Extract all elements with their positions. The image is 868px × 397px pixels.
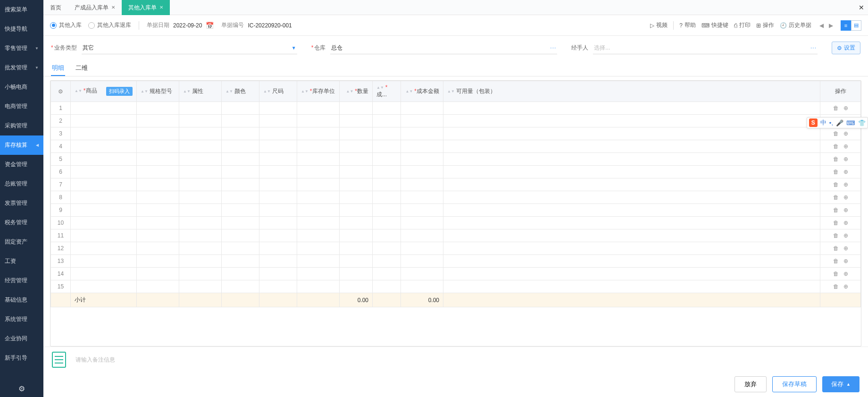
cell-product[interactable] [71, 178, 137, 191]
sidebar-item-ledger[interactable]: 总账管理 [0, 174, 43, 194]
cell-available[interactable] [443, 178, 820, 191]
cell-spec[interactable] [137, 153, 179, 166]
cell-size[interactable] [259, 255, 297, 268]
add-row-icon[interactable]: ⊕ [843, 143, 848, 150]
cell-available[interactable] [443, 229, 820, 242]
bill-date-field[interactable]: 单据日期 2022-09-20 📅 [147, 21, 214, 29]
calendar-icon[interactable]: 📅 [206, 22, 214, 29]
table-row[interactable]: 6🗑⊕ [51, 166, 861, 178]
cell-cost-amount[interactable] [401, 280, 443, 293]
cell-attr[interactable] [179, 204, 222, 217]
cell-product[interactable] [71, 204, 137, 217]
cell-unit[interactable] [297, 102, 340, 115]
cell-unit[interactable] [297, 166, 340, 178]
remark-input[interactable]: 请输入备注信息 [74, 353, 860, 367]
tab-finished-in[interactable]: 产成品入库单✕ [68, 0, 122, 15]
sidebar-item-fixed-asset[interactable]: 固定资产 [0, 232, 43, 252]
cell-color[interactable] [222, 153, 259, 166]
cell-qty[interactable] [340, 153, 373, 166]
cell-cost-amount[interactable] [401, 191, 443, 204]
cell-qty[interactable] [340, 280, 373, 293]
ime-toolbar[interactable]: S 中 •, 🎤 ⌨ 👕 [807, 117, 868, 128]
cell-product[interactable] [71, 217, 137, 229]
cell-qty[interactable] [340, 140, 373, 153]
add-row-icon[interactable]: ⊕ [843, 169, 848, 175]
cell-size[interactable] [259, 102, 297, 115]
delete-row-icon[interactable]: 🗑 [833, 232, 839, 239]
cell-color[interactable] [222, 178, 259, 191]
table-row[interactable]: 14🗑⊕ [51, 268, 861, 280]
ime-skin-icon[interactable]: 👕 [858, 119, 866, 127]
cell-spec[interactable] [137, 115, 179, 127]
cell-available[interactable] [443, 102, 820, 115]
add-row-icon[interactable]: ⊕ [843, 270, 848, 277]
sidebar-item-funds[interactable]: 资金管理 [0, 155, 43, 174]
cell-available[interactable] [443, 204, 820, 217]
cell-attr[interactable] [179, 255, 222, 268]
cell-product[interactable] [71, 153, 137, 166]
radio-other-in-return[interactable]: 其他入库退库 [88, 21, 131, 29]
cell-cost-amount[interactable] [401, 115, 443, 127]
cell-product[interactable] [71, 127, 137, 140]
add-row-icon[interactable]: ⊕ [843, 283, 848, 290]
cell-cost[interactable] [373, 178, 401, 191]
cell-cost-amount[interactable] [401, 140, 443, 153]
close-icon[interactable]: ✕ [159, 0, 163, 15]
cell-spec[interactable] [137, 242, 179, 255]
cell-product[interactable] [71, 229, 137, 242]
cell-size[interactable] [259, 217, 297, 229]
cell-color[interactable] [222, 229, 259, 242]
cell-size[interactable] [259, 268, 297, 280]
cell-unit[interactable] [297, 255, 340, 268]
cell-cost[interactable] [373, 153, 401, 166]
scan-badge[interactable]: 扫码录入 [106, 87, 133, 96]
col-cost[interactable]: ▲▼*成... [373, 81, 401, 102]
cell-color[interactable] [222, 102, 259, 115]
add-row-icon[interactable]: ⊕ [843, 245, 848, 252]
sidebar-item-inventory[interactable]: 库存核算◀ [0, 135, 43, 155]
add-row-icon[interactable]: ⊕ [843, 207, 848, 213]
sidebar-item-invoice[interactable]: 发票管理 [0, 194, 43, 213]
subtab-2d[interactable]: 二维 [75, 61, 89, 76]
biz-type-select[interactable]: 其它 ▼ [82, 42, 297, 54]
cell-cost[interactable] [373, 204, 401, 217]
cell-cost[interactable] [373, 255, 401, 268]
cell-available[interactable] [443, 217, 820, 229]
cell-cost-amount[interactable] [401, 268, 443, 280]
cell-spec[interactable] [137, 102, 179, 115]
cell-qty[interactable] [340, 229, 373, 242]
cell-size[interactable] [259, 191, 297, 204]
cell-color[interactable] [222, 191, 259, 204]
table-row[interactable]: 4🗑⊕ [51, 140, 861, 153]
sidebar-item-xiaochang[interactable]: 小畅电商 [0, 77, 43, 97]
ime-mic-icon[interactable]: 🎤 [836, 119, 843, 127]
cell-cost[interactable] [373, 268, 401, 280]
sidebar-item-business[interactable]: 经营管理 [0, 271, 43, 290]
cell-unit[interactable] [297, 178, 340, 191]
col-size[interactable]: ▲▼尺码 [259, 81, 297, 102]
tab-home[interactable]: 首页 [43, 0, 68, 15]
cell-spec[interactable] [137, 204, 179, 217]
sidebar-item-wholesale[interactable]: 批发管理▼ [0, 58, 43, 77]
cell-attr[interactable] [179, 166, 222, 178]
cell-spec[interactable] [137, 127, 179, 140]
cell-cost-amount[interactable] [401, 166, 443, 178]
col-gear[interactable]: ⚙ [51, 81, 71, 102]
cell-product[interactable] [71, 102, 137, 115]
cell-unit[interactable] [297, 115, 340, 127]
cell-qty[interactable] [340, 268, 373, 280]
cell-color[interactable] [222, 217, 259, 229]
cell-cost[interactable] [373, 229, 401, 242]
cell-unit[interactable] [297, 268, 340, 280]
delete-row-icon[interactable]: 🗑 [833, 130, 839, 137]
cell-color[interactable] [222, 115, 259, 127]
cell-available[interactable] [443, 255, 820, 268]
sidebar-item-system[interactable]: 系统管理 [0, 310, 43, 329]
cell-available[interactable] [443, 268, 820, 280]
cell-cost-amount[interactable] [401, 102, 443, 115]
cell-size[interactable] [259, 115, 297, 127]
cell-cost[interactable] [373, 115, 401, 127]
sidebar-item-search-menu[interactable]: 搜索菜单 [0, 0, 43, 19]
cell-available[interactable] [443, 127, 820, 140]
table-row[interactable]: 1🗑⊕ [51, 102, 861, 115]
